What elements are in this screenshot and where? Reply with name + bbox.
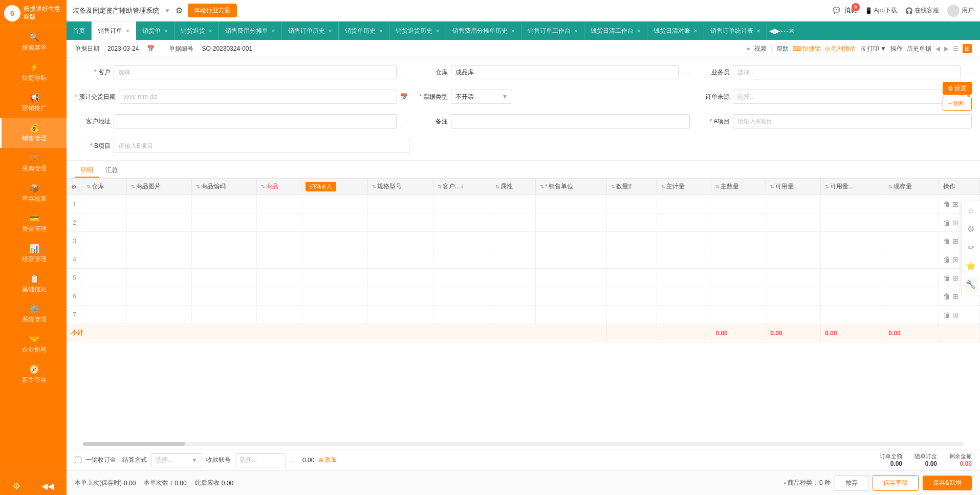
tab-close-icon[interactable]: ✕ xyxy=(574,28,578,34)
row-warehouse[interactable] xyxy=(82,306,127,324)
view-mode-grid-icon[interactable]: ⊞ xyxy=(963,44,972,53)
row-unit[interactable] xyxy=(536,269,607,287)
row-image[interactable] xyxy=(126,195,191,213)
app-download-area[interactable]: 📱 App下载 xyxy=(865,6,897,15)
tab-workbench[interactable]: 销售订单工作台 ✕ xyxy=(521,21,584,40)
tab-more-button[interactable]: ⋯ xyxy=(780,26,789,36)
row-main-unit[interactable] xyxy=(657,306,711,324)
row-unit[interactable] xyxy=(536,250,607,269)
help-button[interactable]: 帮助 xyxy=(776,45,789,53)
sidebar-item-guide[interactable]: 🧭 新手引导 xyxy=(0,359,67,390)
tab-close-icon[interactable]: ✕ xyxy=(511,28,515,34)
account-select[interactable]: 选择... xyxy=(235,453,286,467)
settings-icon[interactable]: ⚙ xyxy=(13,481,20,491)
tab-expense-split[interactable]: 销售费用分摊单 ✕ xyxy=(219,21,282,40)
col-unit[interactable]: ⇅ * 销售单位 xyxy=(536,179,607,195)
tab-daily-clear[interactable]: 钱货日清工作台 ✕ xyxy=(584,21,647,40)
row-spec[interactable] xyxy=(368,306,433,324)
row-customer-code[interactable] xyxy=(433,287,491,306)
row-product[interactable] xyxy=(257,287,301,306)
row-product[interactable] xyxy=(257,250,301,269)
customer-more-icon[interactable]: … xyxy=(402,69,408,76)
row-qty2[interactable] xyxy=(606,195,657,213)
tab-reconcile[interactable]: 钱货日清对账 ✕ xyxy=(647,21,704,40)
row-delete-button[interactable]: 🗑 xyxy=(943,237,950,245)
collapse-icon[interactable]: ◀◀ xyxy=(41,481,54,491)
tab-close-icon[interactable]: ✕ xyxy=(637,28,641,34)
profit-button[interactable]: ◎ 毛利预估 xyxy=(825,45,856,53)
row-customer-code[interactable] xyxy=(433,195,491,213)
tab-return-history[interactable]: 销货退货历史 ✕ xyxy=(389,21,446,40)
account-more-icon[interactable]: … xyxy=(290,457,296,464)
row-copy-button[interactable]: ⊞ xyxy=(952,292,959,300)
row-attr[interactable] xyxy=(491,232,536,250)
detail-tab-items[interactable]: 明细 xyxy=(75,164,99,178)
tab-close-all-button[interactable]: ✕ xyxy=(789,27,795,35)
project-b-input[interactable]: 请输入B项目 xyxy=(114,139,409,153)
project-a-input[interactable]: 请输入A项目 xyxy=(733,114,972,128)
row-copy-button[interactable]: ⊞ xyxy=(952,200,959,208)
print-dropdown-icon[interactable]: ▼ xyxy=(880,45,886,52)
row-qty2[interactable] xyxy=(606,306,657,324)
col-customer-code[interactable]: ⇅ 客户... ℹ xyxy=(433,179,491,195)
row-available2[interactable] xyxy=(821,213,884,232)
row-main-unit[interactable] xyxy=(657,287,711,306)
tab-close-icon[interactable]: ✕ xyxy=(693,28,698,34)
sidebar-item-search[interactable]: 🔍 搜索菜单 xyxy=(0,27,67,57)
row-qty2[interactable] xyxy=(606,287,657,306)
row-customer-code[interactable] xyxy=(433,306,491,324)
tab-close-icon[interactable]: ✕ xyxy=(379,28,383,34)
row-main-qty[interactable] xyxy=(711,195,766,213)
col-spec[interactable]: ⇅ 规格型号 xyxy=(368,179,433,195)
float-icon-3[interactable]: ✏ xyxy=(964,241,978,255)
print-button[interactable]: 🖨 打印 ▼ xyxy=(860,45,886,53)
row-warehouse[interactable] xyxy=(82,250,127,269)
payment-method-select[interactable]: 选择... ▼ xyxy=(151,453,202,467)
staff-input[interactable]: 选择... xyxy=(733,65,961,79)
row-main-unit[interactable] xyxy=(657,213,711,232)
row-spec[interactable] xyxy=(368,287,433,306)
row-code[interactable] xyxy=(191,287,256,306)
row-copy-button[interactable]: ⊞ xyxy=(952,274,959,282)
tab-expense-history[interactable]: 销售费用分摊单历史 ✕ xyxy=(446,21,521,40)
col-settings[interactable]: ⚙ xyxy=(67,179,82,195)
row-delete-button[interactable]: 🗑 xyxy=(943,200,950,208)
row-current[interactable] xyxy=(884,287,939,306)
sidebar-item-operations[interactable]: 📊 经营管理 xyxy=(0,239,67,269)
row-current[interactable] xyxy=(884,250,939,269)
nav-next-icon[interactable]: ▶ xyxy=(944,45,949,52)
row-product[interactable] xyxy=(257,306,301,324)
row-product[interactable] xyxy=(257,232,301,250)
row-image[interactable] xyxy=(126,232,191,250)
row-main-qty[interactable] xyxy=(711,232,766,250)
tab-next-button[interactable]: ▶ xyxy=(775,27,780,35)
view-mode-list-icon[interactable]: ☰ xyxy=(953,45,959,52)
row-customer-code[interactable] xyxy=(433,250,491,269)
col-qty2[interactable]: ⇅ 数量2 xyxy=(606,179,657,195)
row-attr[interactable] xyxy=(491,306,536,324)
row-code[interactable] xyxy=(191,250,256,269)
calendar-small-icon[interactable]: 📅 xyxy=(400,93,408,100)
row-warehouse[interactable] xyxy=(82,269,127,287)
row-qty2[interactable] xyxy=(606,250,657,269)
one-key-checkbox[interactable] xyxy=(75,457,81,463)
row-main-unit[interactable] xyxy=(657,250,711,269)
tab-home[interactable]: 首页 xyxy=(67,21,92,40)
col-warehouse[interactable]: ⇅ 仓库 xyxy=(82,179,127,195)
row-current[interactable] xyxy=(884,306,939,324)
row-available[interactable] xyxy=(766,269,821,287)
detail-tab-summary[interactable]: 汇总 xyxy=(99,164,124,178)
scroll-thumb[interactable] xyxy=(83,442,185,446)
col-available[interactable]: ⇅ 可用量 xyxy=(766,179,821,195)
row-product[interactable] xyxy=(257,269,301,287)
user-area[interactable]: 用户 xyxy=(947,5,974,17)
row-available2[interactable] xyxy=(821,195,884,213)
row-image[interactable] xyxy=(126,306,191,324)
row-available2[interactable] xyxy=(821,250,884,269)
col-main-unit[interactable]: ⇅ 主计量 xyxy=(657,179,711,195)
row-available[interactable] xyxy=(766,232,821,250)
row-code[interactable] xyxy=(191,213,256,232)
history-button[interactable]: 历史单据 xyxy=(907,45,931,53)
row-image[interactable] xyxy=(126,269,191,287)
row-attr[interactable] xyxy=(491,250,536,269)
